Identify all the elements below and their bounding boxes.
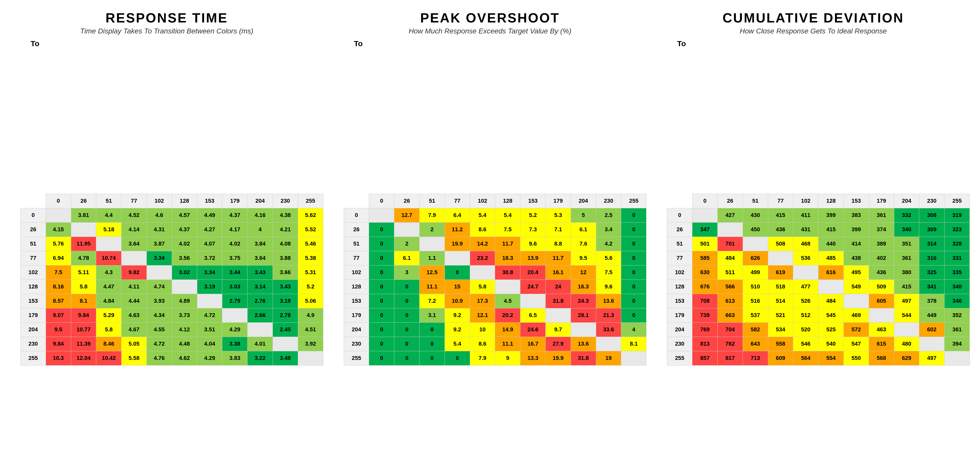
cell xyxy=(718,223,743,237)
table-row: 012.77.96.45.45.45.25.352.50 xyxy=(344,208,646,223)
section-title: CUMULATIVE DEVIATION xyxy=(657,10,970,25)
col-header: 102 xyxy=(470,194,495,208)
cell: 335 xyxy=(945,265,970,280)
cell: 520 xyxy=(793,323,818,337)
cell: 3.1 xyxy=(420,308,445,323)
cell xyxy=(894,323,919,337)
cell xyxy=(46,208,71,223)
cell: 616 xyxy=(818,265,844,280)
row-header: 230 xyxy=(21,337,46,351)
matrix-table-2: 0265177102128153179204230255042743041541… xyxy=(667,194,970,366)
col-header: 26 xyxy=(718,194,743,208)
cell: 5.76 xyxy=(46,237,71,251)
cell: 440 xyxy=(818,237,844,251)
cell: 704 xyxy=(718,323,743,337)
cell: 5.4 xyxy=(470,208,495,223)
cell: 314 xyxy=(919,237,945,251)
cell: 9.2 xyxy=(445,323,470,337)
cell xyxy=(869,308,894,323)
cell: 12 xyxy=(571,265,596,280)
cell: 430 xyxy=(743,208,768,223)
cell: 8.8 xyxy=(546,237,571,251)
cell: 3.19 xyxy=(197,280,222,294)
row-header: 179 xyxy=(667,308,692,323)
cell: 0 xyxy=(369,280,394,294)
table-row: 25500007.9913.319.931.819 xyxy=(344,351,646,365)
cell: 629 xyxy=(894,351,919,365)
cell: 12.1 xyxy=(470,308,495,323)
cell: 346 xyxy=(945,294,970,308)
cell: 316 xyxy=(919,251,945,265)
cell: 4.48 xyxy=(172,337,197,351)
cell: 11.39 xyxy=(71,337,96,351)
cell: 27.9 xyxy=(546,337,571,351)
row-header: 179 xyxy=(21,308,46,323)
cell: 5.2 xyxy=(298,280,323,294)
cell: 4.89 xyxy=(172,294,197,308)
cell: 10 xyxy=(470,323,495,337)
row-header: 204 xyxy=(21,323,46,337)
cell: 20.2 xyxy=(495,308,520,323)
cell: 328 xyxy=(945,237,970,251)
cell: 0 xyxy=(445,265,470,280)
cell: 2 xyxy=(420,223,445,237)
cell: 630 xyxy=(692,265,718,280)
cell: 516 xyxy=(743,294,768,308)
cell: 8.46 xyxy=(96,337,121,351)
table-row: 77585484626536485438402361316331 xyxy=(667,251,970,265)
cell: 9.5 xyxy=(46,323,71,337)
cell: 5.31 xyxy=(298,265,323,280)
cell: 4.07 xyxy=(197,237,222,251)
row-header: 77 xyxy=(344,251,369,265)
row-header: 255 xyxy=(21,351,46,365)
cell: 4.29 xyxy=(197,351,222,365)
cell: 361 xyxy=(945,323,970,337)
cell xyxy=(571,323,596,337)
cell: 11.1 xyxy=(420,280,445,294)
cell: 4.51 xyxy=(298,323,323,337)
cell: 4.2 xyxy=(596,237,621,251)
cell: 5.38 xyxy=(298,251,323,265)
cell: 11.2 xyxy=(445,223,470,237)
cell xyxy=(248,323,273,337)
cell: 4.55 xyxy=(146,323,172,337)
cell: 11.1 xyxy=(495,337,520,351)
cell: 4.21 xyxy=(272,223,298,237)
cell: 5 xyxy=(571,208,596,223)
cell: 4.01 xyxy=(248,337,273,351)
cell: 546 xyxy=(793,337,818,351)
cell: 3.66 xyxy=(272,265,298,280)
cell xyxy=(546,308,571,323)
cell: 4.37 xyxy=(172,223,197,237)
cell: 0 xyxy=(621,308,646,323)
cell: 2 xyxy=(394,237,420,251)
cell: 30.8 xyxy=(495,265,520,280)
col-header: 153 xyxy=(520,194,546,208)
cell xyxy=(843,294,869,308)
table-row: 26347450436431415399374340309323 xyxy=(667,223,970,237)
cell: 585 xyxy=(692,251,718,265)
cell: 512 xyxy=(793,308,818,323)
col-header: 179 xyxy=(546,194,571,208)
cell: 319 xyxy=(945,208,970,223)
cell xyxy=(272,337,298,351)
cell: 495 xyxy=(843,265,869,280)
cell: 3.64 xyxy=(121,237,147,251)
cell: 323 xyxy=(945,223,970,237)
table-row: 102630511499619616495436380325335 xyxy=(667,265,970,280)
cell: 3.34 xyxy=(146,251,172,265)
cell: 534 xyxy=(768,323,793,337)
cell: 16.7 xyxy=(520,337,546,351)
cell: 509 xyxy=(869,280,894,294)
cell: 1.1 xyxy=(420,251,445,265)
cell: 0 xyxy=(621,280,646,294)
cell: 2.79 xyxy=(222,294,248,308)
cell: 7.5 xyxy=(596,265,621,280)
cell: 4.27 xyxy=(197,223,222,237)
col-header: 179 xyxy=(869,194,894,208)
cell: 352 xyxy=(945,308,970,323)
col-header: 204 xyxy=(571,194,596,208)
col-header: 153 xyxy=(197,194,222,208)
cell xyxy=(793,265,818,280)
cell: 415 xyxy=(768,208,793,223)
